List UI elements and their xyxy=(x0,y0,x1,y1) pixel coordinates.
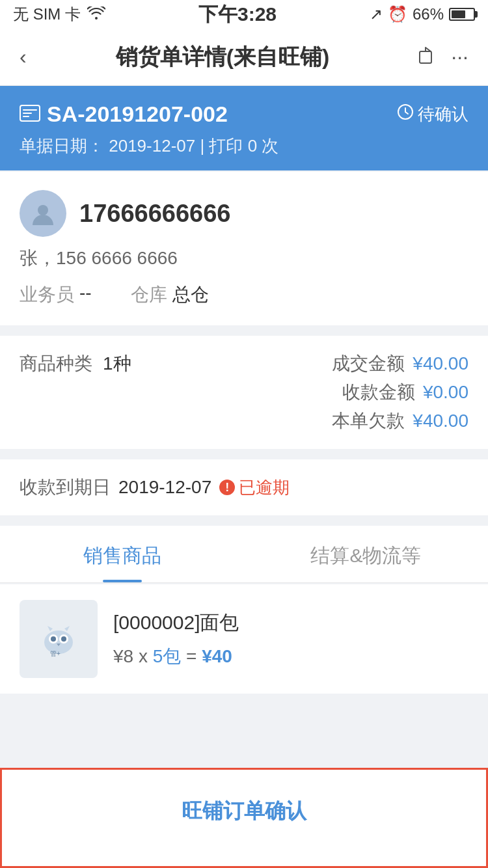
battery-icon xyxy=(449,8,475,21)
avatar xyxy=(20,190,66,237)
battery-percent: 66% xyxy=(413,5,444,23)
tab-goods[interactable]: 销售商品 xyxy=(0,526,244,582)
status-badge: 待确认 xyxy=(397,103,468,126)
svg-rect-0 xyxy=(420,51,431,63)
customer-info-row: 业务员 -- 仓库 总仓 xyxy=(20,282,468,307)
summary-left: 商品种类 1种 xyxy=(20,351,332,376)
product-name: [0000002]面包 xyxy=(113,610,468,636)
status-bar: 无 SIM 卡 下午3:28 ↗ ⏰ 66% xyxy=(0,0,488,29)
carrier-label: 无 SIM 卡 xyxy=(13,4,81,25)
status-bar-left: 无 SIM 卡 xyxy=(13,4,105,25)
confirm-btn-container: 旺铺订单确认 xyxy=(0,768,488,868)
product-list: 管+ [0000002]面包 ¥8 x 5包 = ¥40 xyxy=(0,584,488,694)
product-thumbnail: 管+ xyxy=(20,600,98,678)
header-top: SA-20191207-002 待确认 xyxy=(20,102,468,127)
overdue-badge: ! 已逾期 xyxy=(219,476,290,499)
warehouse-info: 仓库 总仓 xyxy=(131,282,209,307)
customer-card: 17666666666 张，156 6666 6666 业务员 -- 仓库 总仓 xyxy=(0,172,488,325)
order-icon xyxy=(20,102,40,127)
header-card: SA-20191207-002 待确认 单据日期： 2019-12-07 | 打… xyxy=(0,86,488,170)
wifi-icon xyxy=(87,5,105,23)
svg-point-7 xyxy=(51,636,56,642)
status-bar-time: 下午3:28 xyxy=(198,1,277,28)
svg-point-3 xyxy=(38,205,48,215)
status-bar-right: ↗ ⏰ 66% xyxy=(370,5,475,23)
tabs-container: 销售商品 结算&物流等 xyxy=(0,526,488,583)
page-title: 销货单详情(来自旺铺) xyxy=(116,42,330,72)
nav-bar: ‹ 销货单详情(来自旺铺) ··· xyxy=(0,29,488,86)
salesperson-info: 业务员 -- xyxy=(20,282,92,307)
svg-text:管+: 管+ xyxy=(50,650,61,657)
confirm-order-button[interactable]: 旺铺订单确认 xyxy=(21,783,467,840)
received-row: 收款金额 ¥0.00 xyxy=(342,380,468,405)
alarm-icon: ⏰ xyxy=(388,5,407,23)
nav-right: ··· xyxy=(418,45,468,70)
summary-card: 商品种类 1种 成交金额 ¥40.00 收款金额 ¥0.00 本单欠款 ¥40.… xyxy=(0,336,488,449)
product-info: [0000002]面包 ¥8 x 5包 = ¥40 xyxy=(113,610,468,669)
order-meta: 单据日期： 2019-12-07 | 打印 0 次 xyxy=(20,135,468,157)
location-icon: ↗ xyxy=(370,5,383,23)
nav-left: ‹ xyxy=(20,45,27,69)
more-button[interactable]: ··· xyxy=(451,45,468,69)
alert-icon: ! xyxy=(219,480,235,495)
product-price-row: ¥8 x 5包 = ¥40 xyxy=(113,644,468,669)
product-item: 管+ [0000002]面包 ¥8 x 5包 = ¥40 xyxy=(0,584,488,694)
customer-top: 17666666666 xyxy=(20,190,468,237)
summary-right: 成交金额 ¥40.00 收款金额 ¥0.00 本单欠款 ¥40.00 xyxy=(332,351,468,433)
amount-row: 成交金额 ¥40.00 xyxy=(332,351,468,376)
customer-name: 张，156 6666 6666 xyxy=(20,246,468,271)
back-button[interactable]: ‹ xyxy=(20,45,27,69)
share-button[interactable] xyxy=(418,45,438,70)
due-date-card: 收款到期日 2019-12-07 ! 已逾期 xyxy=(0,459,488,515)
order-id: SA-20191207-002 xyxy=(20,102,228,127)
svg-point-8 xyxy=(61,636,66,642)
tab-settlement[interactable]: 结算&物流等 xyxy=(244,526,488,582)
clock-icon xyxy=(397,103,414,125)
owed-row: 本单欠款 ¥40.00 xyxy=(332,409,468,433)
customer-phone: 17666666666 xyxy=(79,200,230,228)
